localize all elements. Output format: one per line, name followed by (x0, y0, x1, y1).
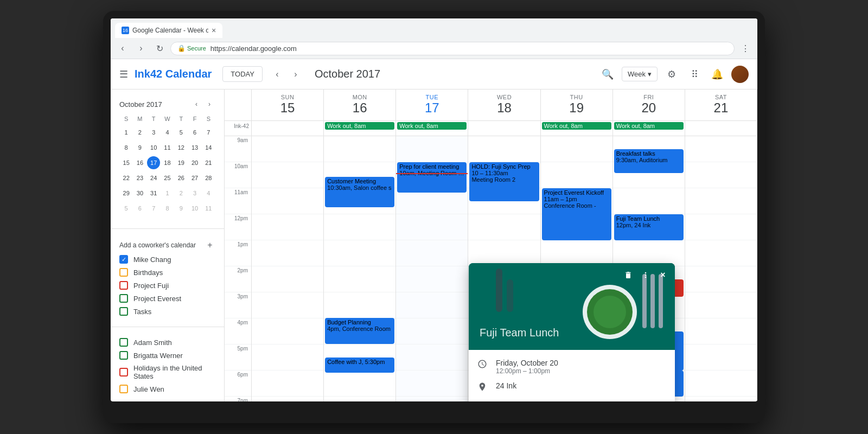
calendar-item-julie[interactable]: Julie Wen (119, 382, 215, 395)
breakfast-talks-event[interactable]: Breakfast talks 9:30am, Auditorium (614, 149, 684, 173)
calendar-item-holidays[interactable]: Holidays in the United States (119, 362, 215, 382)
mini-day[interactable]: 27 (188, 171, 201, 184)
prev-week-button[interactable]: ‹ (269, 66, 285, 82)
mini-day-other[interactable]: 10 (188, 202, 201, 215)
calendar-item-everest[interactable]: Project Everest (119, 292, 215, 305)
mini-day[interactable]: 13 (188, 141, 201, 154)
popup-close-btn[interactable]: × (655, 267, 671, 283)
mini-day[interactable]: 29 (120, 187, 133, 200)
mini-prev-btn[interactable]: ‹ (190, 98, 202, 110)
bell-button[interactable]: 🔔 (709, 66, 726, 83)
mini-day[interactable]: 20 (188, 156, 201, 169)
mini-day[interactable]: 14 (202, 141, 215, 154)
hamburger-menu[interactable]: ☰ (119, 68, 128, 80)
mini-next-btn[interactable]: › (203, 98, 215, 110)
mini-day[interactable]: 21 (202, 156, 215, 169)
calendar-checkbox-brigatta[interactable] (119, 351, 128, 360)
allday-event-fri[interactable]: Work out, 8am (614, 122, 684, 130)
mini-day[interactable]: 16 (133, 156, 146, 169)
calendar-item-adam[interactable]: Adam Smith (119, 336, 215, 349)
calendar-checkbox-birthdays[interactable] (119, 268, 128, 277)
forward-button[interactable]: › (133, 41, 149, 56)
mini-day[interactable]: 10 (147, 141, 160, 154)
calendar-item-birthdays[interactable]: Birthdays (119, 266, 215, 279)
mini-day[interactable]: 28 (202, 171, 215, 184)
mini-day[interactable]: 15 (120, 156, 133, 169)
budget-planning-event[interactable]: Budget Planning 4pm, Conference Room (325, 318, 394, 344)
fuji-lunch-event[interactable]: Fuji Team Lunch 12pm, 24 Ink (614, 214, 684, 240)
mini-day[interactable]: 25 (161, 171, 174, 184)
popup-delete-btn[interactable] (621, 267, 636, 283)
tab-close-btn[interactable]: × (212, 26, 216, 35)
mini-day-other[interactable]: 7 (147, 202, 160, 215)
mini-day-other[interactable]: 4 (202, 187, 215, 200)
mini-day[interactable]: 11 (161, 141, 174, 154)
add-coworker-btn[interactable]: + (205, 240, 215, 251)
back-button[interactable]: ‹ (115, 41, 130, 56)
mini-day-other[interactable]: 3 (188, 187, 201, 200)
everest-kickoff-event[interactable]: Project Everest Kickoff 11am – 1pm Confe… (542, 188, 611, 240)
fuji-sync-event[interactable]: HOLD: Fuji Sync Prep 10 – 11:30am Meetin… (469, 162, 539, 201)
mini-day[interactable]: 7 (202, 126, 215, 139)
calendar-checkbox-tasks[interactable] (119, 307, 128, 316)
refresh-button[interactable]: ↻ (152, 41, 167, 56)
calendar-item-tasks[interactable]: Tasks (119, 305, 215, 318)
mini-day[interactable]: 3 (147, 126, 160, 139)
calendar-checkbox-everest[interactable] (119, 294, 128, 303)
mini-day-other[interactable]: 2 (175, 187, 188, 200)
mini-day[interactable]: 19 (175, 156, 188, 169)
popup-image-title: Fuji Team Lunch (480, 327, 559, 339)
calendar-item-fuji[interactable]: Project Fuji (119, 279, 215, 292)
user-avatar[interactable] (731, 66, 749, 83)
calendar-checkbox-holidays[interactable] (119, 368, 128, 376)
popup-more-btn[interactable] (638, 267, 653, 283)
calendar-checkbox-fuji[interactable] (119, 281, 128, 290)
mini-day[interactable]: 23 (133, 171, 146, 184)
next-week-button[interactable]: › (288, 66, 304, 82)
search-button[interactable]: 🔍 (599, 66, 616, 83)
prep-meeting-event[interactable]: Prep for client meeting 10am, Meeting Ro… (397, 162, 467, 193)
mini-day[interactable]: 9 (133, 141, 146, 154)
allday-event-mon[interactable]: Work out, 8am (325, 122, 394, 130)
mini-day[interactable]: 4 (161, 126, 174, 139)
mini-day-other[interactable]: 8 (161, 202, 174, 215)
allday-event-tue[interactable]: Work out, 8am (397, 122, 467, 130)
browser-menu-btn[interactable]: ⋮ (738, 41, 753, 56)
mini-day-other[interactable]: 11 (202, 202, 215, 215)
settings-button[interactable]: ⚙ (663, 66, 680, 83)
grid-button[interactable]: ⠿ (686, 66, 703, 83)
mini-day[interactable]: 30 (133, 187, 146, 200)
calendar-item-mike[interactable]: ✓ Mike Chang (119, 253, 215, 266)
mini-day[interactable]: 24 (147, 171, 160, 184)
mini-day-other[interactable]: 6 (133, 202, 146, 215)
mini-day-other[interactable]: 9 (175, 202, 188, 215)
mini-day-today[interactable]: 17 (147, 156, 160, 169)
mini-day[interactable]: 12 (175, 141, 188, 154)
mini-day-other[interactable]: 5 (120, 202, 133, 215)
mini-day-other[interactable]: 1 (161, 187, 174, 200)
mini-day[interactable]: 22 (120, 171, 133, 184)
mini-day[interactable]: 18 (161, 156, 174, 169)
view-selector[interactable]: Week ▾ (622, 67, 658, 81)
mini-day[interactable]: 2 (133, 126, 146, 139)
mini-day[interactable]: 6 (188, 126, 201, 139)
today-button[interactable]: TODAY (222, 66, 263, 82)
coffee-event[interactable]: Coffee with J, 5:30pm (325, 358, 394, 373)
calendar-checkbox-mike[interactable]: ✓ (119, 255, 128, 264)
calendar-checkbox-julie[interactable] (119, 385, 128, 393)
allday-event-thu[interactable]: Work out, 8am (542, 122, 611, 130)
mini-day[interactable]: 5 (175, 126, 188, 139)
mini-day[interactable]: 26 (175, 171, 188, 184)
customer-meeting-event[interactable]: Customer Meeting 10:30am, Salon coffee s (325, 177, 394, 207)
add-coworker-row[interactable]: Add a coworker's calendar + (119, 238, 215, 253)
mini-day[interactable]: 1 (120, 126, 133, 139)
mini-day[interactable]: 31 (147, 187, 160, 200)
address-bar[interactable]: 🔒 Secure https://calendar.google.com (170, 42, 735, 55)
calendar-checkbox-adam[interactable] (119, 338, 128, 347)
hour-16 (252, 318, 323, 344)
mini-day[interactable]: 8 (120, 141, 133, 154)
browser-tab[interactable]: 16 Google Calendar - Week of Oc × (115, 23, 222, 38)
app-header: ☰ Ink42 Calendar TODAY ‹ › October 2017 … (111, 59, 757, 90)
day-num-sun: 15 (254, 100, 321, 116)
calendar-item-brigatta[interactable]: Brigatta Werner (119, 349, 215, 362)
